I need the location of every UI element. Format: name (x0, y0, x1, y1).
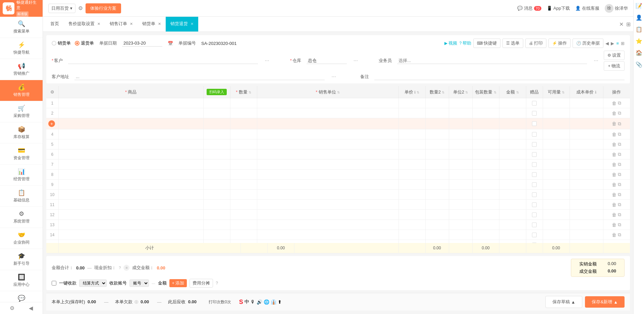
logistics-btn[interactable]: + 物流 (604, 61, 625, 71)
qty2-input[interactable] (428, 192, 447, 197)
amount-cell[interactable] (499, 210, 526, 220)
pack-qty-cell[interactable] (472, 220, 499, 230)
right-panel-icon-1[interactable]: 📝 (636, 3, 642, 9)
pack-qty-input[interactable] (475, 182, 497, 187)
sales-unit-cell[interactable] (257, 108, 398, 118)
right-panel-icon-5[interactable]: 🏠 (636, 50, 642, 56)
unit2-cell[interactable] (449, 149, 472, 160)
sidebar-item-shortcuts[interactable]: ⚡ 快捷导航 (0, 38, 43, 59)
sales-unit-input[interactable] (259, 182, 396, 187)
gift-cell[interactable] (526, 200, 543, 210)
gift-checkbox[interactable] (532, 223, 537, 227)
copy-icon[interactable]: ⧉ (618, 192, 621, 197)
history-next-icon[interactable]: ▶ (611, 41, 614, 46)
product-cell[interactable] (58, 220, 203, 230)
delete-icon[interactable]: 🗑 (612, 202, 616, 207)
qty2-input[interactable] (428, 202, 447, 207)
payment-more-icon[interactable]: ··· (152, 281, 155, 286)
unit-price-cell[interactable] (398, 98, 425, 108)
sales-unit-input[interactable] (259, 233, 396, 237)
amount-input[interactable] (501, 233, 524, 237)
qty-cell[interactable] (230, 98, 257, 108)
qty2-cell[interactable] (425, 98, 449, 108)
amount-input[interactable] (501, 101, 524, 106)
tab-sales-return-close[interactable]: ✕ (191, 22, 194, 26)
gift-cell[interactable] (526, 160, 543, 170)
table-container[interactable]: ⚙ * 商品 扫码录入 * 数量 (46, 86, 630, 243)
qty2-cell[interactable] (425, 190, 449, 200)
pack-qty-cell[interactable] (472, 230, 499, 240)
save-new-dropdown-icon[interactable]: ▲ (613, 300, 618, 305)
unit2-input[interactable] (451, 101, 470, 106)
gift-cell[interactable] (526, 220, 543, 230)
unit-price-input[interactable] (401, 132, 423, 137)
topbar-gear-icon[interactable]: ⚙ (78, 5, 83, 11)
qty-cell[interactable] (230, 180, 257, 190)
amount-input[interactable] (501, 142, 524, 147)
th-gear[interactable]: ⚙ (46, 86, 58, 98)
pack-qty-input[interactable] (475, 233, 497, 237)
pack-qty-input[interactable] (475, 142, 497, 147)
save-draft-dropdown-icon[interactable]: ▲ (571, 300, 576, 305)
sales-unit-input[interactable] (259, 223, 396, 227)
qty-input[interactable] (232, 233, 255, 237)
amount-input[interactable] (501, 212, 524, 217)
sales-unit-cell[interactable] (257, 220, 398, 230)
taskbar-icon-3[interactable]: 🔊 (257, 299, 262, 305)
unit-price-cell[interactable] (398, 230, 425, 240)
amount-cell[interactable] (499, 98, 526, 108)
product-input[interactable] (61, 111, 201, 116)
product-input[interactable] (61, 202, 201, 207)
pack-qty-cell[interactable] (472, 170, 499, 180)
qty2-input[interactable] (428, 101, 447, 106)
sales-unit-cell[interactable] (257, 170, 398, 180)
amount-cell[interactable] (499, 170, 526, 180)
unit-price-input[interactable] (401, 192, 423, 197)
qty-input[interactable] (232, 223, 255, 227)
calendar-icon[interactable]: 📅 (168, 41, 173, 46)
pack-qty-cell[interactable] (472, 200, 499, 210)
pack-qty-cell[interactable] (472, 129, 499, 139)
taskbar-icon-1[interactable]: 中 (245, 299, 249, 305)
delete-icon[interactable]: 🗑 (612, 232, 616, 238)
staff-more-icon[interactable]: ··· (594, 58, 598, 64)
copy-icon[interactable]: ⧉ (618, 100, 621, 106)
delete-icon[interactable]: 🗑 (612, 162, 616, 167)
unit2-input[interactable] (451, 121, 470, 126)
product-input[interactable] (61, 132, 201, 137)
unit2-sort-icon[interactable]: ⇅ (465, 90, 468, 94)
qty2-input[interactable] (428, 223, 447, 227)
sales-unit-input[interactable] (259, 202, 396, 207)
sales-unit-cell[interactable] (257, 210, 398, 220)
unit-price-input[interactable] (401, 111, 423, 116)
amount-input[interactable] (501, 223, 524, 227)
pack-qty-input[interactable] (475, 121, 497, 126)
copy-icon[interactable]: ⧉ (618, 151, 621, 157)
unit-price-input[interactable] (401, 202, 423, 207)
sidebar-settings-icon[interactable]: ⚙ (10, 305, 14, 311)
save-draft-button[interactable]: 保存草稿 ▲ (545, 296, 583, 308)
taskbar-icon-6[interactable]: ⬆ (278, 299, 282, 305)
copy-icon[interactable]: ⧉ (618, 172, 621, 177)
taskbar-icon-4[interactable]: 🌐 (264, 299, 269, 305)
delete-icon[interactable]: 🗑 (612, 172, 616, 177)
qty2-cell[interactable] (425, 230, 449, 240)
qty2-input[interactable] (428, 111, 447, 116)
delete-icon[interactable]: 🗑 (612, 111, 616, 116)
shortcuts-btn[interactable]: ⌨ 快捷键 (473, 39, 500, 48)
operate-btn[interactable]: ⚡ 操作 (548, 39, 571, 48)
qty-cell[interactable] (230, 170, 257, 180)
qty-input[interactable] (232, 202, 255, 207)
unit2-cell[interactable] (449, 170, 472, 180)
pack-qty-cell[interactable] (472, 118, 499, 129)
gift-cell[interactable] (526, 139, 543, 149)
payment-method-select[interactable]: 结算方式 (79, 279, 107, 287)
amount-input[interactable] (501, 111, 524, 116)
amount-cell[interactable] (499, 160, 526, 170)
unit2-input[interactable] (451, 132, 470, 137)
date-input[interactable] (122, 40, 162, 47)
sales-unit-cell[interactable] (257, 118, 398, 129)
product-cell[interactable] (58, 129, 203, 139)
gift-cell[interactable] (526, 240, 543, 243)
tab-sales-order-close[interactable]: ✕ (130, 22, 133, 26)
